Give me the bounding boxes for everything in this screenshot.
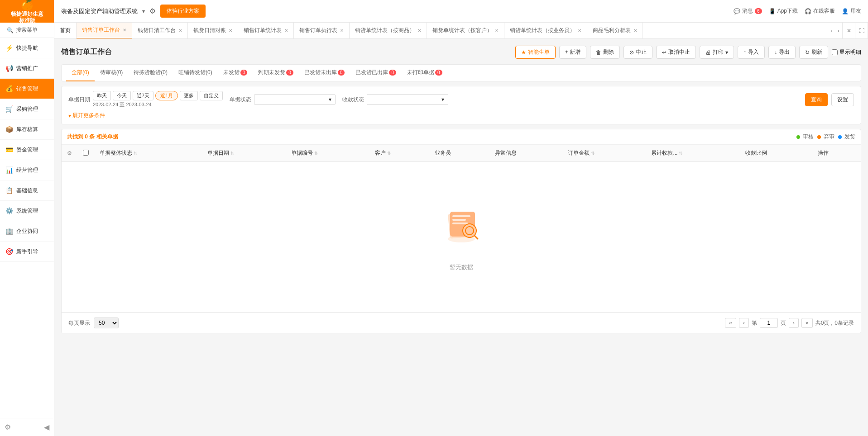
show-detail-checkbox-wrapper[interactable]: 显示明细 (832, 48, 861, 56)
filter-date-custom[interactable]: 自定义 (200, 91, 223, 100)
dropdown-payment-icon: ▾ (441, 96, 444, 103)
page-size-select[interactable]: 50 100 200 (94, 318, 119, 328)
svg-rect-5 (452, 223, 468, 224)
tab-sales-workbench[interactable]: 销售订单工作台 ✕ (77, 23, 132, 39)
th-number[interactable]: 单据编号 ⇅ (286, 145, 369, 162)
tab-action-close-current[interactable]: ✕ (843, 23, 855, 39)
tab-sales-execute[interactable]: 销售订单执行表 ✕ (294, 23, 350, 39)
sidebar-item-purchase[interactable]: 🛒 采购管理 (0, 99, 54, 119)
smart-create-btn[interactable]: ★ 智能生单 (515, 46, 556, 59)
tab-close-by-staff[interactable]: ✕ (578, 28, 581, 33)
filter-date-1month[interactable]: 近1月 (155, 91, 178, 100)
sidebar-item-inventory[interactable]: 📦 库存核算 (0, 119, 54, 140)
tab-close-sales-workbench[interactable]: ✕ (123, 28, 126, 33)
tab-close-cash-reconcile[interactable]: ✕ (229, 28, 232, 33)
delete-icon: 🗑 (596, 49, 601, 56)
review-action[interactable]: 审核 (796, 133, 814, 141)
sub-tab-pending-review[interactable]: 待审核(0) (95, 64, 129, 81)
tab-home[interactable]: 首页 (54, 23, 77, 39)
sidebar-item-basic-info[interactable]: 📋 基础信息 (0, 180, 54, 201)
th-customer[interactable]: 客户 ⇅ (369, 145, 429, 162)
sub-tab-not-printed[interactable]: 未打印单据 0 (402, 64, 448, 81)
sidebar-item-marketing[interactable]: 📢 营销推广 (0, 58, 54, 79)
filter-expand-btn[interactable]: ▾ 展开更多条件 (68, 112, 105, 119)
filter-date-yesterday[interactable]: 昨天 (93, 91, 111, 100)
cancel-review-dot (817, 135, 821, 139)
th-settings[interactable]: ⚙ (62, 145, 77, 162)
sort-status-icon: ⇅ (134, 151, 137, 156)
user-item[interactable]: 👤 用友 (842, 7, 861, 15)
sidebar-item-finance[interactable]: 💳 资金管理 (0, 140, 54, 160)
page-number-input[interactable] (760, 318, 778, 328)
tab-close-margin[interactable]: ✕ (633, 28, 637, 33)
tab-scroll-right[interactable]: › (835, 28, 842, 34)
tab-close-cash-daily[interactable]: ✕ (178, 28, 182, 33)
sidebar-item-enterprise[interactable]: 🏢 企业协同 (0, 221, 54, 242)
filter-date-today[interactable]: 今天 (113, 91, 131, 100)
export-btn[interactable]: ↓ 导出 (768, 46, 796, 59)
refresh-btn[interactable]: ↻ 刷新 (799, 46, 828, 59)
sub-tab-shipped-out[interactable]: 已发货已出库 0 (350, 64, 402, 81)
tab-action-fullscreen[interactable]: ⛶ (855, 23, 868, 39)
tab-close-by-customer[interactable]: ✕ (495, 28, 499, 33)
tab-sales-by-customer[interactable]: 销货单统计表（按客户） ✕ (427, 23, 504, 39)
th-amount[interactable]: 订单金额 ⇅ (562, 145, 646, 162)
settings-filter-btn[interactable]: 设置 (831, 93, 854, 106)
tab-margin-analysis[interactable]: 商品毛利分析表 ✕ (587, 23, 643, 39)
tab-close-sales-execute[interactable]: ✕ (340, 28, 344, 33)
filter-status-select[interactable]: ▾ (254, 94, 336, 105)
sidebar-item-quick-nav[interactable]: ⚡ 快捷导航 (0, 38, 54, 58)
search-menu-item[interactable]: 🔍 搜索菜单 (0, 23, 54, 38)
delete-btn[interactable]: 🗑 删除 (590, 46, 620, 59)
last-page-btn[interactable]: » (801, 318, 813, 328)
sub-tab-not-shipped[interactable]: 未发货 0 (218, 64, 253, 81)
cancel-stop-btn[interactable]: ↩ 取消中止 (656, 46, 696, 59)
show-detail-checkbox[interactable] (832, 49, 838, 55)
sort-collected-icon: ⇅ (679, 151, 682, 156)
sidebar-item-sales[interactable]: 💰 销售管理 (0, 79, 54, 99)
tab-sales-by-staff[interactable]: 销货单统计表（按业务员） ✕ (504, 23, 587, 39)
prev-page-btn[interactable]: ‹ (739, 318, 749, 328)
sidebar-item-operations[interactable]: 📊 经营管理 (0, 160, 54, 180)
solution-btn[interactable]: 体验行业方案 (160, 5, 206, 18)
sidebar-item-system[interactable]: ⚙️ 系统管理 (0, 201, 54, 221)
sidebar-item-guide[interactable]: 🎯 新手引导 (0, 242, 54, 262)
settings-bottom-icon[interactable]: ⚙ (5, 423, 11, 431)
sub-tab-wangpu-ship[interactable]: 旺铺待发货(0) (173, 64, 218, 81)
th-status[interactable]: 单据整体状态 ⇅ (94, 145, 202, 162)
sub-tab-shipped-not-out[interactable]: 已发货未出库 0 (299, 64, 350, 81)
ship-action[interactable]: 发货 (838, 133, 855, 141)
import-btn[interactable]: ↑ 导入 (738, 46, 765, 59)
filter-date-7days[interactable]: 近7天 (133, 91, 153, 100)
search-btn[interactable]: 查询 (805, 93, 828, 106)
tab-cash-daily[interactable]: 钱货日清工作台 ✕ (132, 23, 188, 39)
collapse-icon[interactable]: ◀ (44, 423, 49, 431)
tab-cash-reconcile[interactable]: 钱货日清对账 ✕ (188, 23, 238, 39)
th-collected[interactable]: 累计收款... ⇅ (646, 145, 739, 162)
tab-close-sales-stats[interactable]: ✕ (284, 28, 288, 33)
sub-tab-expired-not-shipped[interactable]: 到期未发货 0 (253, 64, 299, 81)
filter-date-more[interactable]: 更多 (180, 91, 198, 100)
cancel-review-action[interactable]: 弃审 (817, 133, 834, 141)
first-page-btn[interactable]: « (725, 318, 736, 328)
select-all-checkbox[interactable] (83, 150, 89, 156)
topbar-dropdown[interactable]: ▾ (142, 8, 145, 14)
topbar-gear-icon[interactable]: ⚙ (149, 7, 156, 15)
message-item[interactable]: 💬 消息 6 (734, 7, 762, 15)
add-btn[interactable]: + 新增 (559, 46, 586, 59)
tab-scroll-left[interactable]: ‹ (828, 28, 835, 34)
tab-sales-by-product[interactable]: 销货单统计表（按商品） ✕ (350, 23, 427, 39)
tab-sales-stats[interactable]: 销售订单统计表 ✕ (238, 23, 294, 39)
th-date[interactable]: 单据日期 ⇅ (202, 145, 286, 162)
next-page-btn[interactable]: › (789, 318, 799, 328)
tab-close-by-product[interactable]: ✕ (417, 28, 421, 33)
stop-btn[interactable]: ⊘ 中止 (623, 46, 652, 59)
table-scroll[interactable]: ⚙ 单据整体状态 ⇅ (62, 145, 861, 313)
print-btn[interactable]: 🖨 打印 ▾ (700, 46, 734, 59)
sub-tab-all[interactable]: 全部(0) (66, 64, 95, 81)
empty-text: 暂无数据 (450, 263, 473, 271)
filter-payment-select[interactable]: ▾ (367, 94, 448, 105)
online-service-item[interactable]: 🎧 在线客服 (805, 7, 835, 15)
app-download-item[interactable]: 📱 App下载 (769, 7, 798, 15)
sub-tab-pending-inspect[interactable]: 待拣货验货(0) (128, 64, 173, 81)
